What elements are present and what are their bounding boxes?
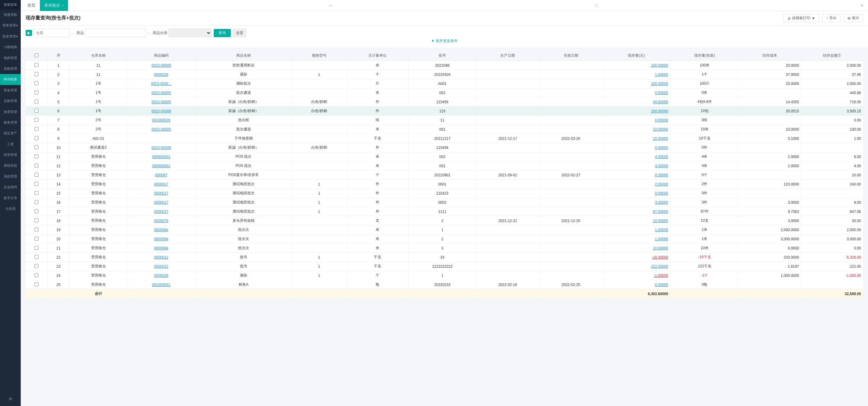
window-maximize[interactable]: □: [593, 3, 600, 8]
table-cell[interactable]: 0000084: [127, 235, 195, 244]
row-checkbox[interactable]: [34, 255, 38, 259]
sidebar-search[interactable]: 搜索菜单: [0, 0, 21, 9]
table-cell[interactable]: 0.00000: [602, 189, 670, 198]
table-cell[interactable]: 0023-00005: [127, 88, 195, 98]
table-cell[interactable]: 87.00000: [602, 207, 670, 216]
sidebar-item-inventory[interactable]: 库存核算: [0, 74, 21, 85]
table-cell[interactable]: 0.00000: [602, 280, 670, 289]
table-cell[interactable]: 0023-00008: [127, 107, 195, 116]
table-cell[interactable]: 0000012: [127, 253, 195, 262]
table-cell[interactable]: 0023-0000...: [127, 79, 195, 88]
sidebar-item-invoice[interactable]: 发票管理: [0, 107, 21, 117]
table-cell[interactable]: 4.00000: [602, 162, 670, 171]
table-cell[interactable]: 1.00000: [602, 235, 670, 244]
table-cell[interactable]: -16.00000: [602, 253, 670, 262]
table-cell[interactable]: 0000017: [127, 207, 195, 216]
row-checkbox[interactable]: [34, 209, 38, 213]
table-cell[interactable]: 1.00000: [602, 225, 670, 235]
query-button[interactable]: 查询: [214, 29, 231, 37]
row-checkbox[interactable]: [34, 72, 38, 76]
sidebar-item-finance[interactable]: 资金管理: [0, 85, 21, 96]
row-checkbox[interactable]: [34, 264, 38, 268]
table-cell[interactable]: 0000017: [127, 189, 195, 198]
warehouse-input[interactable]: [33, 29, 70, 37]
row-checkbox[interactable]: [34, 173, 38, 177]
table-cell[interactable]: -1.00000: [602, 271, 670, 280]
table-cell[interactable]: 0.00000: [602, 171, 670, 180]
sidebar-item-payroll[interactable]: 工资: [0, 139, 21, 149]
row-checkbox[interactable]: [34, 118, 38, 122]
tab-active[interactable]: 库存批次 ×: [40, 0, 68, 11]
row-checkbox[interactable]: [34, 237, 38, 241]
row-checkbox[interactable]: [34, 164, 38, 168]
sidebar-item-micro-ecom[interactable]: 小账电商: [0, 42, 21, 53]
print-button[interactable]: 🖨 按模板打印 ▼: [783, 14, 819, 22]
table-cell[interactable]: 10.00000: [602, 134, 670, 143]
sidebar-item-system[interactable]: 系统管理: [0, 171, 21, 182]
warehouse-expand-btn[interactable]: ▶: [26, 30, 32, 36]
table-cell[interactable]: 000097: [127, 171, 195, 180]
display-button[interactable]: ⊞ 展示: [844, 14, 863, 22]
sidebar-item-fixed-assets[interactable]: 固定资产: [0, 128, 21, 139]
table-cell[interactable]: 1.00000: [602, 70, 670, 79]
table-cell[interactable]: 10.00000: [602, 244, 670, 253]
sidebar-item-quick-nav[interactable]: 快捷导航: [0, 9, 21, 20]
table-cell[interactable]: 0023-00008: [127, 143, 195, 152]
export-button[interactable]: ↑ 导出: [822, 14, 841, 22]
table-cell[interactable]: 49.60000: [602, 98, 670, 107]
row-checkbox[interactable]: [34, 282, 38, 286]
sidebar-item-new-guide[interactable]: 新手引导: [0, 193, 21, 203]
tab-home[interactable]: 首页: [23, 0, 40, 11]
row-checkbox[interactable]: [34, 273, 38, 277]
table-cell[interactable]: 2.00000: [602, 180, 670, 189]
window-close-icon[interactable]: ×: [858, 3, 866, 8]
row-checkbox[interactable]: [34, 155, 38, 158]
row-checkbox[interactable]: [34, 200, 38, 204]
row-checkbox[interactable]: [34, 218, 38, 222]
table-cell[interactable]: 0.00000: [602, 143, 670, 152]
row-checkbox[interactable]: [34, 91, 38, 94]
table-cell[interactable]: 0023-00009: [127, 61, 195, 70]
table-cell[interactable]: 000900001: [127, 152, 195, 162]
table-cell[interactable]: [127, 134, 195, 143]
tab-close-icon[interactable]: ×: [62, 4, 64, 7]
row-checkbox[interactable]: [34, 228, 38, 232]
table-cell[interactable]: 100.00000: [602, 107, 670, 116]
table-cell[interactable]: 100.00000: [602, 79, 670, 88]
table-cell[interactable]: 0000078: [127, 216, 195, 225]
table-cell[interactable]: 000900001: [127, 162, 195, 171]
sidebar-item-wholesale[interactable]: 批发管理▼: [0, 31, 21, 42]
select-all-checkbox[interactable]: [34, 53, 38, 57]
table-cell[interactable]: 10.00000: [602, 125, 670, 134]
table-cell[interactable]: 0000029: [127, 271, 195, 280]
sidebar-item-cloud[interactable]: 云应用: [0, 203, 21, 214]
expand-conditions-btn[interactable]: ▼ 展开更多条件: [431, 38, 458, 43]
row-checkbox[interactable]: [34, 182, 38, 186]
row-checkbox[interactable]: [34, 127, 38, 131]
product-input[interactable]: [85, 29, 146, 37]
table-cell[interactable]: 001000031: [127, 280, 195, 289]
row-checkbox[interactable]: [34, 145, 38, 149]
table-cell[interactable]: 10.00000: [602, 216, 670, 225]
window-minimize[interactable]: ─: [327, 3, 335, 8]
settings-button[interactable]: 设置: [233, 29, 246, 37]
table-cell[interactable]: 0000084: [127, 244, 195, 253]
table-container[interactable]: 序 仓库名称 商品编码 商品名称 规格型号 主计量单位 批号 生产日期 失效日期…: [21, 48, 868, 406]
sidebar-item-ledger[interactable]: 总账管理: [0, 96, 21, 106]
row-checkbox[interactable]: [34, 63, 38, 67]
row-checkbox[interactable]: [34, 109, 38, 113]
table-cell[interactable]: 0.00000: [602, 88, 670, 98]
table-cell[interactable]: 0023-00005: [127, 125, 195, 134]
table-cell[interactable]: 0023-00005: [127, 98, 195, 107]
table-cell[interactable]: 0000017: [127, 198, 195, 207]
table-cell[interactable]: 100.00000: [602, 61, 670, 70]
table-cell[interactable]: 3.00000: [602, 198, 670, 207]
sidebar-item-operations[interactable]: 经营管理: [0, 149, 21, 160]
sidebar-item-tax[interactable]: 税务管理: [0, 117, 21, 128]
row-checkbox[interactable]: [34, 100, 38, 104]
table-cell[interactable]: 0000029: [127, 70, 195, 79]
table-cell[interactable]: 0000017: [127, 180, 195, 189]
row-checkbox[interactable]: [34, 246, 38, 250]
table-cell[interactable]: 4.00000: [602, 152, 670, 162]
table-cell[interactable]: 001000026: [127, 116, 195, 125]
